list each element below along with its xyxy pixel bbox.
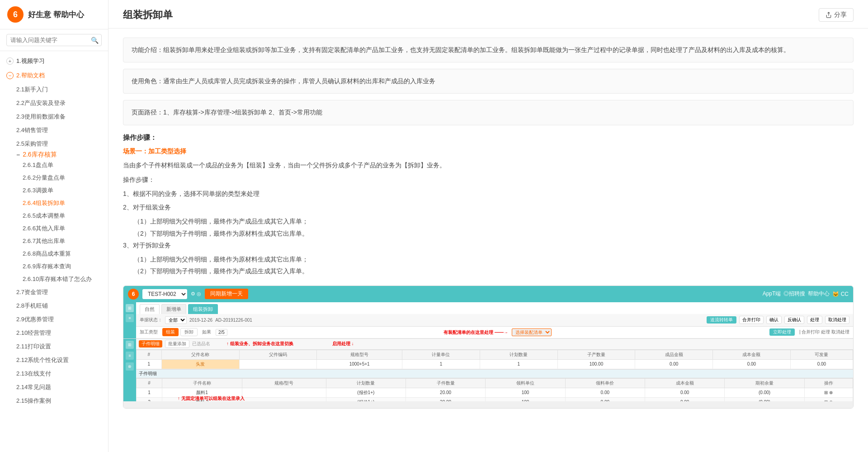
sc-col-parent-code: 父件编码: [239, 350, 317, 359]
sc-col-plan-qty: 计划数量: [480, 350, 557, 359]
sc-col-cost-amt: 成本金额: [713, 350, 791, 359]
share-icon: [826, 12, 832, 18]
sc-lrow1-matunit: 100: [486, 388, 565, 397]
nav-sub-section-inventory: − 2.6库存核算 2.6.1盘点单 2.6.2分量盘点单 2.6.3调拨单 2…: [16, 151, 108, 285]
sc-table-panel: 子件明细 批量添加 已选品名 ↑ 组装业务、拆卸业务在这里切换 启用处理 ↓ #: [136, 339, 853, 401]
sc-assembly-btn[interactable]: 组装: [162, 328, 179, 336]
sidebar-item-costadjust[interactable]: 2.6.5成本调整单: [23, 209, 108, 222]
sc-print-btn[interactable]: 合并打印: [739, 316, 764, 324]
sidebar-item-stocktake2[interactable]: 2.6.2分量盘点单: [23, 171, 108, 184]
sc-sub-btn-detail[interactable]: 子件明细: [139, 340, 162, 347]
operation-steps-title: 操作步骤：: [123, 133, 854, 142]
sc-lcol-spec: 规格/型号: [242, 378, 326, 388]
sc-icons-1: ⚙ ◎: [191, 291, 201, 297]
sidebar-item-newbie[interactable]: 2.1新手入门: [16, 83, 108, 96]
step-2-2: （2）下部明细为子件明细，最终作为原材料生成其它出库单。: [123, 228, 854, 240]
sc-lcol-remain: 期初余量: [725, 378, 804, 388]
sidebar-item-settings[interactable]: 2.12系统个性化设置: [16, 353, 108, 367]
sc-cancel-handle-btn[interactable]: 取消处理: [825, 316, 849, 324]
sidebar-item-ledgererror[interactable]: 2.6.10库存账本错了怎么办: [23, 273, 108, 285]
sc-process-btn[interactable]: 送流转转单: [707, 316, 736, 324]
sidebar-item-otheroutstock[interactable]: 2.6.7其他出库单: [23, 235, 108, 247]
sc-cell-pname: 头发: [161, 359, 239, 369]
sc-order-label: AD-20191226-001: [215, 318, 252, 323]
sidebar-item-ledger[interactable]: 2.6.9库存账本查询: [23, 260, 108, 273]
sc-lrow2-costamt: 0.00: [645, 397, 725, 401]
sc-col-idx: #: [137, 350, 162, 359]
sc-status-select[interactable]: 全部: [165, 316, 187, 324]
sc-sub-toolbar: 子件明细 批量添加 已选品名 ↑ 组装业务、拆卸业务在这里切换 启用处理 ↓: [136, 339, 853, 350]
sc-cell-idx: 1: [137, 359, 162, 369]
sidebar-label-docs: 2.帮助文档: [16, 71, 102, 80]
sc-lrow2-plan: (报价1+): [326, 397, 406, 401]
sidebar-item-dataprep[interactable]: 2.3使用前数据准备: [16, 110, 108, 124]
sidebar-item-otherinstock[interactable]: 2.6.6其他入库单: [23, 222, 108, 235]
sc-store-select[interactable]: TEST-H002: [142, 289, 187, 299]
sidebar-item-install[interactable]: 2.2产品安装及登录: [16, 96, 108, 110]
sc-newday-btn[interactable]: 同期新增一天: [205, 289, 248, 299]
sc-lcol-idx: #: [137, 378, 162, 388]
sidebar-item-finance[interactable]: 2.7资金管理: [16, 285, 108, 299]
sc-lrow2-subqty: 20.00: [406, 397, 485, 401]
sc-tabs-row: ⊞ ≡ 自然 新增单 组装拆卸 单据状态： 全部: [123, 302, 853, 339]
sidebar-item-transfer[interactable]: 2.6.3调拨单: [23, 184, 108, 197]
sidebar-item-docs[interactable]: − 2.帮助文档: [0, 68, 108, 83]
sc-col-sub-qty: 子产数量: [557, 350, 635, 359]
logo-area: 6 好生意 帮助中心: [0, 0, 108, 29]
sidebar-item-print[interactable]: 2.11打印设置: [16, 340, 108, 353]
sc-annotation-switch: ↑ 组装业务、拆卸业务在这里切换: [226, 341, 293, 347]
search-icon[interactable]: 🔍: [91, 37, 99, 44]
sc-sub-btn-batch[interactable]: 批量添加: [165, 340, 189, 348]
sidebar-item-operation[interactable]: 2.10经营管理: [16, 326, 108, 340]
sidebar-item-purchase[interactable]: 2.5采购管理: [16, 137, 108, 151]
sc-cell-prodamt: 0.00: [635, 359, 713, 369]
sc-disassembly-btn[interactable]: 拆卸: [180, 328, 198, 336]
sidebar: 6 好生意 帮助中心 🔍 + 1.视频学习 − 2.帮助文档 2.1新手入门 2…: [0, 0, 108, 452]
sc-topbar: 6 TEST-H002 ⚙ ◎ 同期新增一天 AppT端 ◎招聘搜 帮助中心 🐱…: [123, 286, 853, 302]
nav-section-video: + 1.视频学习: [0, 54, 108, 68]
sidebar-item-coupon[interactable]: 2.9优惠券管理: [16, 313, 108, 326]
sidebar-item-assembly[interactable]: 2.6.4组装拆卸单: [23, 197, 108, 209]
sidebar-item-faq[interactable]: 2.14常见问题: [16, 381, 108, 394]
sc-confirm-btn[interactable]: 确认: [766, 316, 782, 324]
sidebar-item-inventory[interactable]: − 2.6库存核算: [16, 151, 108, 159]
sc-tab-new[interactable]: 新增单: [161, 304, 186, 314]
logo-text: 好生意 帮助中心: [28, 10, 84, 20]
sc-body-icon-1: ⊞: [126, 341, 134, 349]
sc-lrow1-op: ⊞ ⊗: [804, 388, 853, 397]
sc-unconfirm-btn[interactable]: 反确认: [784, 316, 804, 324]
sidebar-item-stocktake[interactable]: 2.6.1盘点单: [23, 159, 108, 171]
sc-date-label: 2019-12-26: [189, 318, 212, 323]
scenario1-title: 场景一：加工类型选择: [123, 147, 854, 156]
sc-lrow1-matprice: 0.00: [565, 388, 645, 397]
sc-lrow2-matunit: 100: [486, 397, 565, 401]
sc-tab-assembly[interactable]: 组装拆卸: [188, 304, 218, 314]
sc-status-label: 单据状态：: [140, 317, 162, 323]
sidebar-label-video: 1.视频学习: [16, 57, 102, 65]
sc-cell-avail: 0.00: [790, 359, 853, 369]
sidebar-item-mobile[interactable]: 2.8手机旺铺: [16, 299, 108, 313]
sidebar-item-payment[interactable]: 2.13在线支付: [16, 367, 108, 381]
sc-immediate-btn[interactable]: 立即处理: [769, 328, 795, 336]
sc-topbar-icons: AppT端 ◎招聘搜 帮助中心 🐱 CC: [763, 290, 849, 298]
sc-user-icon: 🐱 CC: [832, 291, 849, 297]
info-text-1: 功能介绍：组装拆卸单用来处理企业组装或拆卸等加工业务，支持有固定装配清单的产品加…: [132, 46, 790, 53]
sc-bom-select[interactable]: 选择装配清单: [512, 328, 552, 336]
screenshot-container: 6 TEST-H002 ⚙ ◎ 同期新增一天 AppT端 ◎招聘搜 帮助中心 🐱…: [123, 285, 854, 409]
sc-lcol-plan: 计划数量: [326, 378, 406, 388]
nav-section-docs: − 2.帮助文档 2.1新手入门 2.2产品安装及登录 2.3使用前数据准备 2…: [0, 68, 108, 408]
sc-app-icon: AppT端: [763, 290, 781, 298]
sidebar-item-costrecalc[interactable]: 2.6.8商品成本重算: [23, 247, 108, 260]
sc-col-spec: 规格型号: [317, 350, 402, 359]
nav-sub-sub-items-inventory: 2.6.1盘点单 2.6.2分量盘点单 2.6.3调拨单 2.6.4组装拆卸单 …: [16, 159, 108, 285]
step-3-2: （2）下部明细为子件明细，最终作为产成品生成其它入库单。: [123, 265, 854, 277]
sc-handle-btn[interactable]: 处理: [807, 316, 822, 324]
sc-tab-home[interactable]: 自然: [140, 304, 160, 314]
sidebar-item-sales[interactable]: 2.4销售管理: [16, 124, 108, 137]
sidebar-item-cases[interactable]: 2.15操作案例: [16, 394, 108, 408]
share-button[interactable]: 分享: [819, 8, 854, 22]
step-1: 1、根据不同的业务，选择不同单据的类型来处理: [123, 188, 854, 200]
search-input[interactable]: [6, 34, 102, 46]
sidebar-item-video[interactable]: + 1.视频学习: [0, 54, 108, 68]
sc-upper-tbody: 1 头发 1000+5+1 1 1 100.00 0.00 0.00 0.: [137, 359, 853, 369]
